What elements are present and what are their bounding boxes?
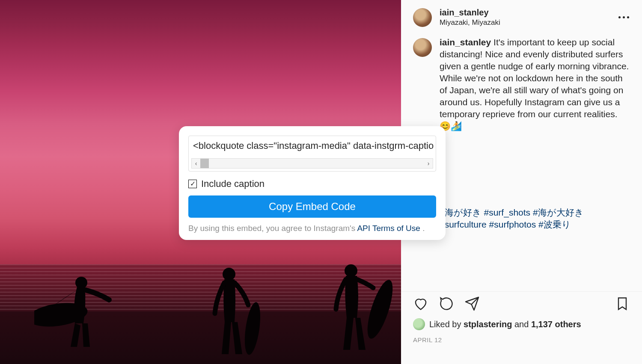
username[interactable]: iain_stanley: [440, 8, 500, 18]
post-header: iain_stanley Miyazaki, Miyazaki: [401, 0, 642, 33]
include-caption-label: Include caption: [201, 178, 265, 189]
location[interactable]: Miyazaki, Miyazaki: [440, 18, 500, 27]
include-caption-checkbox[interactable]: ✓ Include caption: [188, 178, 436, 189]
share-icon[interactable]: [464, 296, 480, 311]
scroll-left-arrow[interactable]: ‹: [192, 160, 200, 167]
action-bar: Liked by stplastering and 1,137 others A…: [401, 291, 642, 364]
svg-point-3: [242, 301, 263, 355]
like-icon[interactable]: [413, 296, 428, 311]
embed-code-text[interactable]: <blockquote class="instagram-media" data…: [189, 136, 436, 151]
liker-avatar[interactable]: [413, 318, 425, 330]
likes-text[interactable]: Liked by stplastering and 1,137 others: [429, 320, 581, 329]
horizontal-scrollbar[interactable]: ‹ ›: [191, 158, 433, 169]
avatar[interactable]: [413, 38, 432, 57]
svg-point-2: [223, 268, 235, 281]
surfer-silhouette: [34, 263, 133, 349]
copy-embed-button[interactable]: Copy Embed Code: [188, 195, 436, 218]
hashtags[interactable]: #海が好き #surf_shots #海が大好き #surfculture #s…: [440, 207, 630, 231]
caption-dash: -: [440, 159, 630, 171]
api-terms-link[interactable]: API Terms of Use: [357, 224, 420, 233]
embed-modal: <blockquote class="instagram-media" data…: [179, 126, 446, 240]
scrollbar-track[interactable]: [200, 159, 424, 168]
post-date: APRIL 12: [413, 336, 630, 343]
caption-dash: -: [440, 184, 630, 196]
more-options-button[interactable]: [615, 13, 633, 22]
scrollbar-thumb[interactable]: [200, 159, 209, 168]
bookmark-icon[interactable]: [615, 296, 630, 311]
caption-text: It's important to keep up social distanc…: [440, 37, 629, 131]
scroll-right-arrow[interactable]: ›: [424, 160, 433, 167]
svg-point-4: [345, 264, 357, 277]
checkbox-checked-icon[interactable]: ✓: [188, 180, 197, 188]
terms-text: By using this embed, you agree to Instag…: [188, 224, 436, 233]
caption-dash: -: [440, 146, 630, 158]
comment-icon[interactable]: [439, 296, 454, 311]
caption-dash: -: [440, 133, 630, 145]
avatar[interactable]: [413, 8, 432, 27]
caption-username[interactable]: iain_stanley: [440, 37, 491, 47]
surfer-silhouette: [325, 258, 398, 352]
caption-dash: -: [440, 172, 630, 183]
svg-point-1: [75, 277, 87, 289]
embed-code-field[interactable]: <blockquote class="instagram-media" data…: [188, 136, 436, 172]
surfer-silhouette: [201, 262, 270, 356]
